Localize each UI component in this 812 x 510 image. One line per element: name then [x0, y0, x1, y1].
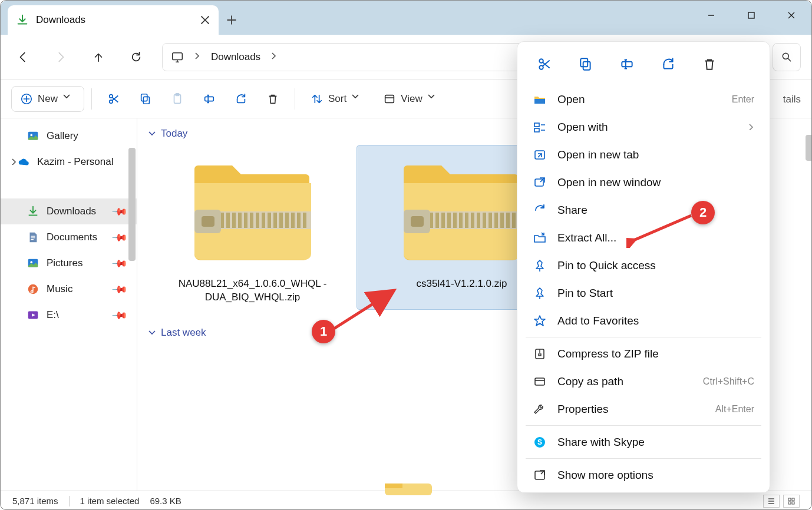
tab-title: Downloads	[36, 14, 200, 26]
sidebar-label: Kazim - Personal	[37, 156, 113, 168]
new-button[interactable]: New	[11, 86, 84, 112]
zip-folder-icon	[191, 154, 315, 269]
sidebar-item-pictures[interactable]: Pictures 📌	[1, 250, 137, 276]
breadcrumb-location[interactable]: Downloads	[211, 51, 260, 63]
svg-rect-45	[792, 502, 794, 504]
pin-icon	[533, 286, 547, 300]
rename-icon	[619, 57, 635, 72]
menu-item-pin-start[interactable]: Pin to Start	[520, 279, 767, 307]
svg-text:S: S	[537, 438, 542, 446]
svg-rect-52	[534, 123, 539, 127]
separator	[526, 458, 761, 459]
svg-rect-43	[792, 498, 794, 501]
back-button[interactable]	[11, 45, 35, 69]
sidebar-label: E:\	[47, 309, 59, 321]
copy-button[interactable]	[574, 52, 598, 76]
menu-item-open-new-window[interactable]: Open in new window	[520, 168, 767, 196]
partial-folder-icon	[373, 483, 444, 495]
paste-button[interactable]	[163, 86, 192, 112]
close-window-button[interactable]	[771, 1, 811, 30]
svg-rect-48	[583, 62, 590, 70]
menu-item-compress-zip[interactable]: Compress to ZIP file	[520, 340, 767, 367]
refresh-button[interactable]	[124, 45, 148, 69]
minimize-button[interactable]	[691, 1, 731, 30]
svg-line-61	[329, 290, 394, 332]
menu-item-share-skype[interactable]: S Share with Skype	[520, 428, 767, 456]
chevron-down-icon	[148, 329, 156, 337]
menu-item-pin-quick-access[interactable]: Pin to Quick access	[520, 251, 767, 279]
svg-rect-41	[385, 483, 402, 488]
pin-icon	[533, 259, 547, 273]
sidebar-scrollbar[interactable]	[128, 148, 136, 261]
menu-item-properties[interactable]: Properties Alt+Enter	[520, 395, 767, 423]
share-icon	[661, 57, 676, 72]
pictures-icon	[27, 257, 39, 270]
view-button[interactable]: View	[375, 86, 448, 112]
sidebar-item-documents[interactable]: Documents 📌	[1, 224, 137, 250]
selection-size: 69.3 KB	[150, 496, 181, 506]
search-button[interactable]	[773, 43, 801, 71]
pin-icon: 📌	[111, 280, 129, 298]
forward-button[interactable]	[49, 45, 72, 69]
menu-item-open-new-tab[interactable]: Open in new tab	[520, 141, 767, 168]
chevron-down-icon	[351, 92, 364, 105]
view-label: View	[401, 93, 422, 105]
svg-rect-44	[788, 502, 791, 504]
chevron-right-icon[interactable]	[10, 156, 17, 168]
delete-button[interactable]	[258, 86, 288, 112]
sidebar-item-onedrive[interactable]: Kazim - Personal	[1, 149, 137, 175]
svg-point-35	[30, 134, 32, 136]
copy-icon	[578, 57, 593, 72]
chevron-down-icon	[427, 92, 440, 105]
share-icon	[533, 203, 547, 217]
scissors-icon	[537, 57, 552, 72]
pin-icon: 📌	[111, 306, 129, 324]
delete-button[interactable]	[698, 52, 721, 76]
content-scrollbar[interactable]	[806, 135, 812, 161]
rename-button[interactable]	[615, 52, 639, 76]
video-icon	[27, 309, 39, 322]
cut-button[interactable]	[533, 52, 556, 76]
menu-item-copy-path[interactable]: Copy as path Ctrl+Shift+C	[520, 367, 767, 395]
sidebar-item-downloads[interactable]: Downloads 📌	[1, 198, 137, 224]
open-with-icon	[533, 120, 547, 134]
sidebar-item-gallery[interactable]: Gallery	[1, 123, 137, 149]
menu-item-open[interactable]: Open Enter	[520, 85, 767, 113]
annotation-arrow	[324, 237, 512, 337]
icons-view-button[interactable]	[783, 495, 800, 508]
details-view-button[interactable]	[763, 495, 780, 508]
new-label: New	[38, 93, 58, 105]
sidebar-label: Downloads	[47, 206, 96, 217]
annotation-badge-1: 1	[312, 320, 335, 343]
share-button[interactable]	[656, 52, 680, 76]
svg-rect-22	[748, 12, 754, 18]
item-count: 5,871 items	[12, 496, 58, 506]
up-button[interactable]	[87, 45, 110, 69]
close-tab-button[interactable]	[200, 15, 210, 25]
selection-count: 1 item selected	[80, 496, 140, 506]
sidebar-item-edrive[interactable]: E:\ 📌	[1, 302, 137, 328]
share-icon	[235, 92, 247, 105]
pin-icon: 📌	[111, 228, 129, 246]
sort-button[interactable]: Sort	[302, 86, 372, 112]
rename-icon	[203, 92, 216, 105]
new-tab-button[interactable]	[219, 5, 245, 35]
chevron-down-icon	[148, 130, 156, 138]
menu-item-open-with[interactable]: Open with	[520, 113, 767, 141]
menu-item-show-more[interactable]: Show more options	[520, 461, 767, 489]
cut-button[interactable]	[99, 86, 128, 112]
wrench-icon	[533, 402, 547, 416]
sidebar-item-music[interactable]: Music 📌	[1, 276, 137, 302]
cloud-icon	[17, 155, 30, 168]
copy-button[interactable]	[131, 86, 160, 112]
rename-button[interactable]	[194, 86, 224, 112]
svg-line-62	[632, 216, 691, 241]
svg-rect-29	[141, 94, 147, 101]
star-icon	[533, 314, 547, 328]
svg-rect-51	[534, 99, 545, 104]
tab-downloads[interactable]: Downloads	[8, 5, 219, 35]
share-button[interactable]	[226, 86, 256, 112]
new-window-icon	[533, 175, 547, 190]
maximize-button[interactable]	[731, 1, 771, 30]
menu-item-add-favorites[interactable]: Add to Favorites	[520, 307, 767, 335]
